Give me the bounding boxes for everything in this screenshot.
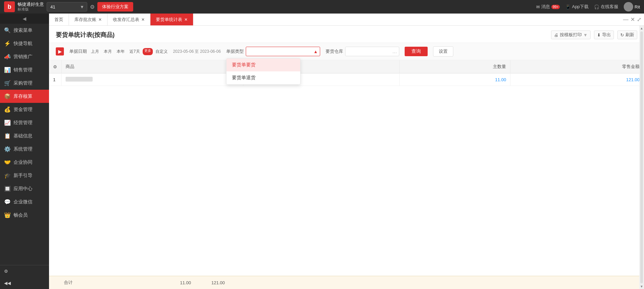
tab-home[interactable]: 首页 [49,14,69,25]
user-item[interactable]: Rit [624,2,640,12]
summary-empty-col [49,279,60,286]
topbar-right: ✉ 消息 99+ 📱 App下载 🎧 在线客服 Rit [536,2,640,12]
page-toolbar: 🖨 按模板打印 ▼ ⬇ 导出 ↻ 刷新 [551,30,637,39]
table-settings-icon[interactable]: ⚙ [53,64,57,69]
export-button[interactable]: ⬇ 导出 [594,30,614,39]
sidebar-collapse-toggle[interactable]: ◀ [0,14,49,24]
last-7-days-btn[interactable]: 近7天 [127,48,142,55]
quantity-link[interactable]: 11.00 [495,77,506,82]
chevron-right-icon: ▶ [58,49,62,54]
sidebar-item-guide[interactable]: 🎓 新手引导 [0,169,49,182]
brand-sub: 标准版 [18,7,44,12]
chevron-up-icon: ▲ [313,49,318,54]
type-select[interactable]: ▲ [246,47,320,56]
last-month-btn[interactable]: 上月 [89,48,101,55]
warehouse-select[interactable]: … [345,47,399,56]
sidebar-item-label: 企业微信 [14,199,32,205]
ellipsis-icon: … [392,49,397,54]
tab-close-icon[interactable]: ✕ [98,17,102,22]
service-item[interactable]: 🎧 在线客服 [594,4,618,10]
sidebar-item-inventory[interactable]: 📦 库存核算 [0,90,49,103]
app-download-item[interactable]: 📱 App下载 [565,4,589,10]
message-item[interactable]: ✉ 消息 99+ [536,4,560,10]
sidebar-item-marketing[interactable]: 📣 营销推广 [0,50,49,63]
summary-row: 合计 11.00 121.00 [49,276,644,289]
print-button[interactable]: 🖨 按模板打印 ▼ [551,30,591,39]
tab-inventory-batch[interactable]: 库存批次账 ✕ [69,14,108,25]
this-month-btn[interactable]: 本月 [102,48,114,55]
content-area: 首页 库存批次账 ✕ 收发存汇总表 ✕ 要货单统计表 ✕ — ✕ ⤢ [49,14,644,289]
sidebar-bottom: ⚙ ◀◀ [0,265,49,289]
sidebar-item-label: 畅会员 [14,212,28,218]
minimize-icon[interactable]: — [623,17,628,23]
scroll-up-icon[interactable]: ▲ [640,26,643,30]
sidebar-collapse-item[interactable]: ◀◀ [0,277,49,289]
scroll-down-icon[interactable]: ▼ [640,285,643,288]
tab-recv-summary[interactable]: 收发存汇总表 ✕ [108,14,150,25]
tabs-bar: 首页 库存批次账 ✕ 收发存汇总表 ✕ 要货单统计表 ✕ — ✕ ⤢ [49,14,644,26]
page-header: 要货单统计表(按商品) 🖨 按模板打印 ▼ ⬇ 导出 ↻ [49,26,644,43]
table-body: 1 块 11.00 121.00 [49,73,644,86]
close-icon[interactable]: ✕ [630,16,635,23]
sidebar-item-system[interactable]: ⚙️ 系统管理 [0,142,49,156]
tabs-right-controls: — ✕ ⤢ [623,16,644,23]
dropdown-item-order-goods[interactable]: 要货单要货 [226,59,300,71]
trial-button[interactable]: 体验行业方案 [97,2,133,12]
expand-icon[interactable]: ⤢ [637,16,641,23]
this-year-btn[interactable]: 本年 [115,48,127,55]
col-amount: 零售金额 [510,60,644,73]
type-filter-label: 单据类型 [226,48,244,54]
summary-quantity: 11.00 [161,277,195,289]
sidebar-item-collab[interactable]: 🤝 企业协同 [0,156,49,169]
collapse-icon: ◀◀ [4,281,11,286]
crown-icon: 👑 [4,212,11,218]
summary-unit-col [121,279,161,286]
sidebar-item-finance[interactable]: 💰 资金管理 [0,103,49,116]
account-dropdown[interactable]: 41 ▼ [47,2,87,12]
sidebar-settings-item[interactable]: ⚙ [0,265,49,277]
sidebar-item-operations[interactable]: 📈 经营管理 [0,116,49,129]
tab-close-icon[interactable]: ✕ [184,17,188,22]
dropdown-item-order-return[interactable]: 要货单退货 [226,71,300,84]
sidebar-item-purchase[interactable]: 🛒 采购管理 [0,76,49,90]
query-button[interactable]: 查询 [405,47,428,56]
right-scrollbar[interactable]: ▲ ▼ [639,26,644,289]
more-date-badge[interactable]: 更多 [143,48,153,55]
row-seq: 1 [49,73,62,86]
print-icon: 🖨 [554,32,558,38]
sidebar-item-quicknav[interactable]: ⚡ 快捷导航 [0,37,49,50]
filter-toggle-button[interactable]: ▶ [56,47,64,55]
tab-close-icon[interactable]: ✕ [141,17,145,22]
row-product [62,73,243,86]
gear-icon[interactable]: ⚙ [90,4,95,10]
sidebar-item-wechat[interactable]: 💬 企业微信 [0,195,49,208]
scroll-track[interactable] [640,31,643,283]
refresh-button[interactable]: ↻ 刷新 [617,30,637,39]
date-range-display: 2023-05-06 至 2023-06-06 [173,49,221,54]
sidebar-item-label: 新手引导 [14,173,32,179]
tab-order-summary[interactable]: 要货单统计表 ✕ [150,14,193,25]
brand-name: 畅捷通好生意 [18,2,44,7]
row-amount: 121.00 [510,73,644,86]
sidebar: ◀ 🔍 搜索菜单 ⚡ 快捷导航 📣 营销推广 📊 销售管理 🛒 采购管理 📦 库… [0,14,49,289]
sidebar-item-label: 快捷导航 [14,41,32,47]
chevron-down-icon: ▼ [80,4,84,9]
sidebar-item-label: 销售管理 [14,67,32,73]
col-quantity: 主数量 [399,60,510,73]
sidebar-item-appstore[interactable]: 🔲 应用中心 [0,182,49,195]
grid-icon: 🔲 [4,185,11,192]
sidebar-item-search[interactable]: 🔍 搜索菜单 [0,24,49,37]
amount-link[interactable]: 121.00 [626,77,640,82]
sidebar-item-basic[interactable]: 📋 基础信息 [0,129,49,142]
data-table: ⚙ 商品 主计量单位 主数量 零 [49,60,644,86]
sidebar-item-member[interactable]: 👑 畅会员 [0,208,49,222]
setting-button[interactable]: 设置 [433,46,453,57]
sidebar-item-label: 搜索菜单 [14,27,32,34]
type-dropdown: 要货单要货 要货单退货 [226,58,301,85]
sidebar-item-label: 库存核算 [14,93,32,99]
custom-date-btn[interactable]: 自定义 [153,48,170,55]
sidebar-item-sales[interactable]: 📊 销售管理 [0,63,49,76]
content-spacer [49,86,644,208]
message-badge: 99+ [551,5,560,9]
page-content: 要货单统计表(按商品) 🖨 按模板打印 ▼ ⬇ 导出 ↻ [49,26,644,276]
